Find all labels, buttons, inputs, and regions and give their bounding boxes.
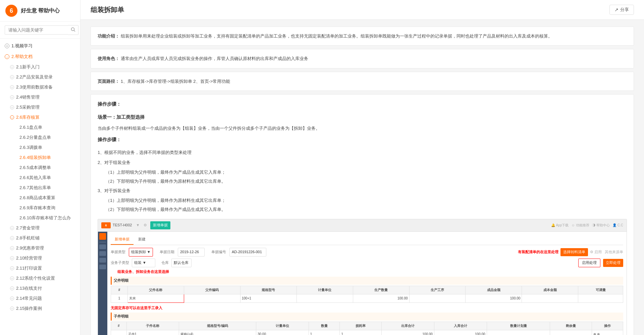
mock-table1-row1: 1 关米 100+1 100.00 100.00 xyxy=(111,294,623,302)
main-area: 组装拆卸单 ↗ 分享 功能介绍： 组装拆卸单用来处理企业组装或拆卸等加工业务，支… xyxy=(80,0,644,335)
sidebar-item-partial-stocktake[interactable]: 2.6.2分量盘点单 xyxy=(15,132,80,143)
mock-icon-1 xyxy=(99,233,106,240)
sidebar-item-data-prep[interactable]: + 2.3使用前数据准备 xyxy=(10,82,80,92)
mock-divider xyxy=(99,242,106,242)
mock-logo: 6 xyxy=(101,222,111,228)
ops-title: 操作步骤： xyxy=(98,100,627,108)
role-label: 使用角色： xyxy=(98,56,119,61)
mock-field-num-label: 单据编号 xyxy=(211,249,226,256)
sidebar-item-customization[interactable]: + 2.12系统个性化设置 xyxy=(10,273,80,283)
mock-table1-title: 父件明细 xyxy=(111,277,623,285)
mock-field-num-value: AD-20191226-001 xyxy=(229,248,266,257)
step-3: 3、对于拆装业务 xyxy=(98,187,627,194)
screenshot-topbar: 6 TEST-H002 ▼ ⚙ 新增单据 🔔 App下载 ☺ 功能推荐 ◑ 帮助… xyxy=(98,219,627,232)
sidebar-item-coupon[interactable]: + 2.9优惠券管理 xyxy=(10,243,80,253)
step-2-1: （1）上部明细为父件明细，最终作为产成品生成其它入库单； xyxy=(106,168,627,176)
nav-section-1: + 1.视频学习 xyxy=(0,41,80,51)
mock-field-type-value: 组装拆卸 ▼ xyxy=(129,248,153,257)
sidebar-item-docs[interactable]: - 2.帮助文档 xyxy=(0,51,80,62)
mock-table2-row1: 子件1 规格(≤4) 30.00 1 1 100.00 100.00 ⊕ xyxy=(111,330,623,335)
mock-tab-list: 新建 xyxy=(134,234,150,245)
share-button[interactable]: ↗ 分享 xyxy=(609,5,634,15)
collapse-icon: - xyxy=(5,54,9,59)
sidebar-item-newbie[interactable]: + 2.1新手入门 xyxy=(10,62,80,72)
sidebar-item-print[interactable]: + 2.11打印设置 xyxy=(10,263,80,273)
search-area xyxy=(0,22,80,39)
mock-field-type-label: 单据类型 xyxy=(111,249,125,256)
mock-field-date-value: 2019-12-26 xyxy=(178,248,205,257)
sidebar-item-finance[interactable]: + 2.7资金管理 xyxy=(10,223,80,233)
sidebar-item-transfer[interactable]: 2.6.3调拨单 xyxy=(15,143,80,153)
sidebar-item-inventory[interactable]: - 2.6库存核算 xyxy=(10,112,80,122)
mock-tab-new: 新增单据 xyxy=(150,221,170,229)
step-3-2: （2）下部明细为子件明细，最终作为产成品生成其它入库单。 xyxy=(106,206,627,213)
mock-tab-new-order: 新增单据 xyxy=(111,234,133,245)
step-1: 1、根据不同的业务，选择不同单据的类型来处理 xyxy=(98,149,627,156)
sidebar: 6 好生意 帮助中心 + 1.视频学习 - 2.帮助文档 xyxy=(0,0,80,335)
svg-point-0 xyxy=(71,28,74,31)
page-title: 组装拆卸单 xyxy=(91,5,124,14)
sidebar-nav: + 1.视频学习 - 2.帮助文档 + 2.1新手入门 + 2.2产品安装及登录 xyxy=(0,39,80,335)
expand-icon: + xyxy=(5,44,9,48)
app-name: 好生意 帮助中心 xyxy=(21,7,60,14)
step-3-1: （1）上部明细为父件明细，最终作为原材料生成其它出库单； xyxy=(106,197,627,204)
search-input[interactable] xyxy=(5,25,68,35)
sidebar-item-sales[interactable]: + 2.4销售管理 xyxy=(10,92,80,102)
mock-warehouse-value: 默认仓库 xyxy=(171,259,192,267)
mock-icon-5 xyxy=(99,265,106,269)
mock-subtype-area: 业务子类型 组装 ▼ 仓库 默认仓库 启用处理 立即处理 xyxy=(111,259,623,267)
role-block: 使用角色： 通常由生产人员或库管人员完成拆装业务的操作，库管人员确认原材料的出库… xyxy=(91,49,634,68)
mock-annotation2-wrap: 业务子类型 组装 ▼ 仓库 默认仓库 启用处理 立即处理 xyxy=(111,259,623,275)
sidebar-item-online-pay[interactable]: + 2.13在线支付 xyxy=(10,283,80,293)
mock-field-date-label: 单据日期 xyxy=(160,249,174,256)
screenshot-container: 6 TEST-H002 ▼ ⚙ 新增单据 🔔 App下载 ☺ 功能推荐 ◑ 帮助… xyxy=(98,219,627,335)
ops-block: 操作步骤： 场景一：加工类型选择 当由多个子件材料组装成一个成品的业务为【组装】… xyxy=(91,94,634,335)
sidebar-item-stocktake[interactable]: 2.6.1盘点单 xyxy=(15,122,80,132)
sidebar-item-ops-mgmt[interactable]: + 2.10经营管理 xyxy=(10,253,80,263)
search-button[interactable] xyxy=(68,25,78,35)
role-text: 通常由生产人员或库管人员完成拆装业务的操作，库管人员确认原材料的出库和产成品的入… xyxy=(121,56,308,61)
main-header: 组装拆卸单 ↗ 分享 xyxy=(80,0,644,20)
mock-annotation1-btn: 选择转料清单 xyxy=(560,248,588,256)
share-icon: ↗ xyxy=(614,7,619,12)
mock-table2-title: 子件明细 xyxy=(111,313,623,321)
sidebar-item-video[interactable]: + 1.视频学习 xyxy=(0,41,80,51)
scenario1-title: 场景一：加工类型选择 xyxy=(98,113,627,121)
sidebar-item-ledger-query[interactable]: 2.6.9库存账本查询 xyxy=(15,203,80,213)
mock-table1: # 父件名称 父件编码 规格型号 计量单位 生产数量 生产工序 成品金额 成本金… xyxy=(111,286,623,303)
sidebar-item-other-in[interactable]: 2.6.6其他入库单 xyxy=(15,173,80,183)
step-2: 2、对于组装业务 xyxy=(98,159,627,166)
mock-save-btn: 立即处理 xyxy=(603,259,623,267)
mock-annotation2-text: 组装业务、拆卸业务在这里选择 xyxy=(117,269,623,275)
mock-form: 新增单据 新建 单据类型 组装拆卸 ▼ 单据日期 2019-12-26 单据编号… xyxy=(107,232,627,335)
logo-area: 6 好生意 帮助中心 xyxy=(0,0,80,22)
search-icon xyxy=(71,27,75,32)
sidebar-item-faq[interactable]: + 2.14常见问题 xyxy=(10,293,80,303)
nav-section-2: - 2.帮助文档 + 2.1新手入门 + 2.2产品安装及登录 + 2.3使用前… xyxy=(0,51,80,314)
step-2-2: （2）下部明细为子件明细，最终作为原材料生成其它出库单。 xyxy=(106,177,627,185)
sidebar-item-other-out[interactable]: 2.6.7其他出库单 xyxy=(15,183,80,193)
mock-main: 新增单据 新建 单据类型 组装拆卸 ▼ 单据日期 2019-12-26 单据编号… xyxy=(98,232,627,335)
path-label: 页面路径： xyxy=(98,79,119,84)
sidebar-item-purchase[interactable]: + 2.5采购管理 xyxy=(10,102,80,112)
mock-icon-2 xyxy=(99,244,106,249)
sidebar-item-mobile[interactable]: + 2.8手机旺铺 xyxy=(10,233,80,243)
mock-field-row: 单据类型 组装拆卸 ▼ 单据日期 2019-12-26 单据编号 AD-2019… xyxy=(111,248,623,257)
intro-block: 功能介绍： 组装拆卸单用来处理企业组装或拆卸等加工业务，支持有固定装配清单的产品… xyxy=(91,26,634,46)
path-text: 1、库存核算->库存管理->组装拆卸单 2、首页->常用功能 xyxy=(121,79,230,84)
mock-icon-bar xyxy=(98,232,107,335)
sidebar-item-install[interactable]: + 2.2产品安装及登录 xyxy=(10,72,80,82)
sidebar-item-ledger-error[interactable]: 2.6.10库存账本错了怎么办 xyxy=(15,213,80,223)
scenario1-desc: 当由多个子件材料组装成一个成品的业务为【组装】业务，当由一个父件拆分成多个子产品… xyxy=(98,124,627,132)
path-block: 页面路径： 1、库存核算->库存管理->组装拆卸单 2、首页->常用功能 xyxy=(91,72,634,91)
sidebar-item-cases[interactable]: + 2.15操作案例 xyxy=(10,303,80,314)
intro-label: 功能介绍： xyxy=(98,34,119,39)
mock-annotation1-text: 有装配清单的在这里处理 xyxy=(518,249,558,256)
mock-subtype-value: 组装 ▼ xyxy=(132,259,155,267)
mock-icon-4 xyxy=(99,258,106,263)
sidebar-item-assembly[interactable]: 2.6.4组装拆卸单 xyxy=(15,153,80,163)
sidebar-item-cost-adj[interactable]: 2.6.5成本调整单 xyxy=(15,163,80,173)
nav-sub-2: + 2.1新手入门 + 2.2产品安装及登录 + 2.3使用前数据准备 + 2.… xyxy=(0,62,80,314)
svg-line-1 xyxy=(74,31,75,32)
sidebar-item-cost-recalc[interactable]: 2.6.8商品成本重算 xyxy=(15,193,80,203)
